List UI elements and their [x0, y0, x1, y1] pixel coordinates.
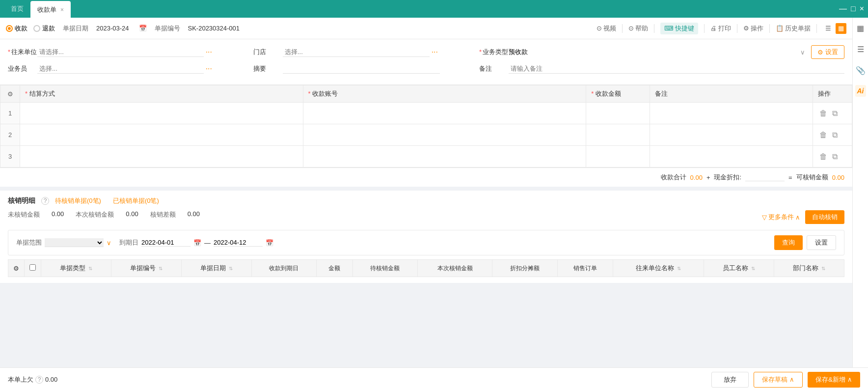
refund-radio[interactable]: 退款: [33, 24, 55, 33]
settlement-cell-2[interactable]: [20, 124, 303, 146]
pending-tab[interactable]: 待核销单据(0笔): [55, 196, 101, 205]
date-label: 单据日期: [63, 24, 88, 33]
sidebar-table-icon[interactable]: ▦: [855, 22, 866, 35]
delete-row-3-icon[interactable]: 🗑: [818, 152, 829, 161]
col-action: 操作: [813, 85, 852, 103]
amount-cell-1[interactable]: [586, 103, 650, 124]
remark-cell-1[interactable]: [650, 103, 813, 124]
remark-cell-3[interactable]: [650, 146, 813, 168]
salesperson-more-btn[interactable]: ···: [204, 64, 214, 73]
receipt-radio[interactable]: 收款: [6, 24, 27, 33]
discount-input[interactable]: [745, 173, 785, 181]
done-tab[interactable]: 已核销单据(0笔): [113, 196, 159, 205]
tab-home[interactable]: 首页: [4, 0, 30, 18]
table-row: 1 🗑 ⧉: [0, 103, 852, 124]
copy-row-2-icon[interactable]: ⧉: [831, 131, 839, 139]
help-label: 帮助: [635, 24, 648, 33]
delete-row-1-icon[interactable]: 🗑: [818, 109, 829, 117]
store-more-btn[interactable]: ···: [430, 48, 440, 56]
divider-5: [769, 24, 770, 33]
remark-input[interactable]: [509, 64, 844, 74]
date-to-calendar-icon[interactable]: 📅: [266, 239, 273, 247]
divider-2: [654, 24, 654, 33]
history-action[interactable]: 📋 历史单据: [776, 24, 811, 33]
print-action[interactable]: 🖨 打印: [710, 24, 731, 33]
sidebar-attachment-icon[interactable]: 📎: [854, 64, 868, 77]
account-cell-1[interactable]: [303, 103, 586, 124]
uncancelled-value: 0.00: [52, 210, 64, 224]
video-action[interactable]: ⊙ 视频: [597, 24, 616, 33]
close-btn[interactable]: ×: [860, 4, 864, 13]
date-from-calendar-icon[interactable]: 📅: [193, 239, 201, 247]
operation-action[interactable]: ⚙ 操作: [743, 24, 763, 33]
business-type-value: 预收款: [509, 48, 800, 56]
remark-cell-2[interactable]: [650, 124, 813, 146]
abandon-btn[interactable]: 放弃: [711, 372, 749, 388]
due-label: 到期日: [119, 238, 138, 247]
date-to-input[interactable]: [214, 239, 263, 247]
shortcut-icon: ⌨: [664, 25, 674, 32]
diff-label: 核销差额: [150, 210, 176, 224]
auto-reconcile-btn[interactable]: 自动核销: [805, 210, 844, 224]
save-draft-btn[interactable]: 保存草稿 ∧: [754, 372, 803, 388]
filter-settings-btn[interactable]: 设置: [807, 235, 836, 250]
recon-info-icon[interactable]: ?: [41, 197, 49, 205]
shortcut-action[interactable]: ⌨ 快捷键: [660, 23, 698, 34]
date-from-input[interactable]: [141, 239, 190, 247]
number-label: 单据编号: [155, 24, 180, 33]
toolbar: 收款 退款 单据日期 2023-03-24 📅 单据编号 SK-20230324…: [0, 18, 852, 39]
tab-close-icon[interactable]: ×: [60, 6, 64, 13]
range-select[interactable]: [45, 238, 104, 247]
more-conditions-link[interactable]: ▽ 更多条件 ∧: [762, 213, 800, 222]
current-label: 本次核销金额: [76, 210, 114, 224]
salesperson-input[interactable]: [37, 64, 204, 74]
save-new-btn[interactable]: 保存&新增 ∧: [808, 372, 860, 388]
store-input[interactable]: [283, 47, 430, 57]
footer-info-icon[interactable]: ?: [35, 376, 43, 384]
counterpart-input[interactable]: [37, 47, 204, 57]
business-type-dropdown[interactable]: ∨: [800, 49, 805, 56]
bottom-table-settings-icon[interactable]: ⚙: [13, 265, 19, 272]
sidebar-ai-icon[interactable]: Ai: [855, 85, 866, 97]
summary-input[interactable]: [283, 64, 440, 74]
tab-receipt[interactable]: 收款单 ×: [30, 1, 71, 19]
list-view-icon[interactable]: ☰: [823, 23, 834, 34]
account-cell-2[interactable]: [303, 124, 586, 146]
col-date: 单据日期 ⇅: [181, 260, 251, 277]
settings-btn[interactable]: ⚙ 设置: [811, 45, 844, 59]
operation-icon: ⚙: [743, 25, 749, 32]
table-settings-icon[interactable]: ⚙: [7, 90, 13, 98]
date-picker-icon[interactable]: 📅: [139, 25, 147, 32]
counterpart-more-btn[interactable]: ···: [204, 48, 214, 56]
delete-row-2-icon[interactable]: 🗑: [818, 131, 829, 139]
total-value: 0.00: [690, 174, 703, 181]
main-content: 收款 退款 单据日期 2023-03-24 📅 单据编号 SK-20230324…: [0, 18, 852, 391]
sidebar-doc-icon[interactable]: ☰: [855, 43, 866, 56]
range-dropdown-icon: ∨: [107, 239, 111, 247]
col-due: 收款到期日: [251, 260, 317, 277]
select-all-checkbox[interactable]: [29, 264, 36, 271]
divider-1: [622, 24, 623, 33]
copy-row-3-icon[interactable]: ⧉: [831, 152, 839, 161]
settlement-cell-3[interactable]: [20, 146, 303, 168]
amount-cell-2[interactable]: [586, 124, 650, 146]
copy-row-1-icon[interactable]: ⧉: [831, 109, 839, 117]
this-bill-label: 本单上欠: [8, 375, 33, 384]
minimize-btn[interactable]: —: [839, 4, 847, 13]
settings-label: 设置: [825, 48, 838, 56]
history-icon: 📋: [776, 25, 784, 32]
discount-label: 现金折扣:: [714, 173, 741, 182]
grid-view-icon[interactable]: ▦: [836, 23, 846, 34]
row-num-2: 2: [0, 124, 20, 146]
amount-cell-3[interactable]: [586, 146, 650, 168]
form-area: 往来单位 ··· 门店 ··· 业务类型 预收款 ∨ ⚙ 设置: [0, 39, 852, 85]
refund-radio-dot: [33, 25, 40, 32]
summary-row: 收款合计 0.00 + 现金折扣: = 可核销金额 0.00: [0, 168, 852, 187]
help-action[interactable]: ⊙ 帮助: [628, 24, 648, 33]
query-btn[interactable]: 查询: [774, 235, 803, 250]
more-conditions-label: 更多条件: [768, 213, 794, 222]
settlement-cell-1[interactable]: [20, 103, 303, 124]
maximize-btn[interactable]: □: [851, 4, 856, 13]
divider-6: [816, 24, 817, 33]
account-cell-3[interactable]: [303, 146, 586, 168]
